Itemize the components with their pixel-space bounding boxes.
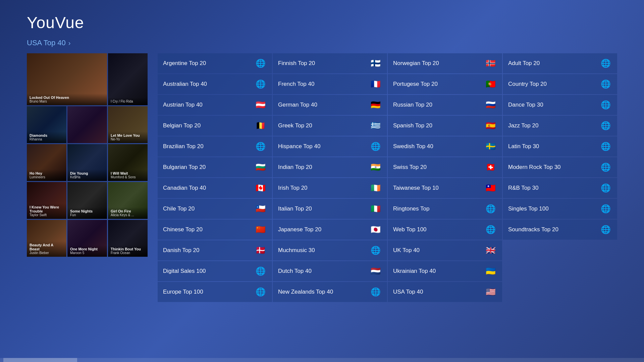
thumbnail-song: I Knew You Were Trouble	[30, 205, 64, 213]
chart-item[interactable]: Latin Top 30 🌐	[503, 136, 617, 157]
chart-flag: 🇩🇰	[255, 244, 267, 256]
chart-item[interactable]: Europe Top 100 🌐	[158, 282, 272, 302]
chart-item[interactable]: Singles Top 100 🌐	[503, 199, 617, 219]
chart-name: Bulgarian Top 20	[163, 164, 206, 171]
chart-item[interactable]: Web Top 100 🌐	[388, 220, 502, 240]
thumbnail-artist: Frank Ocean	[111, 251, 145, 255]
thumbnail-label: I Knew You Were TroubleTaylor Swift	[27, 203, 66, 219]
thumbnail-label: Ho HeyLumineers	[27, 169, 66, 181]
chart-item[interactable]: UK Top 40 🇬🇧	[388, 240, 502, 260]
chart-item[interactable]: Adult Top 20 🌐	[503, 53, 617, 73]
chart-name: Canadian Top 40	[163, 185, 206, 191]
chart-item[interactable]: New Zealands Top 40 🌐	[273, 282, 387, 302]
chart-flag: 🌐	[255, 140, 267, 153]
chart-item[interactable]: Soundtracks Top 20 🌐	[503, 220, 617, 240]
thumbnail-item[interactable]: Die YoungKe$Ha	[67, 144, 107, 181]
chart-flag: 🌐	[255, 57, 267, 69]
thumbnail-item[interactable]: Some NightsFun	[67, 182, 107, 219]
chart-item[interactable]: Digital Sales 100 🌐	[158, 261, 272, 281]
chart-flag: 🇳🇱	[370, 265, 382, 277]
chart-flag: 🌐	[370, 140, 382, 153]
thumbnail-song: One More Night	[70, 247, 104, 251]
thumbnail-song: I Will Wait	[111, 171, 145, 175]
chart-item[interactable]: Belgian Top 20 🇧🇪	[158, 116, 272, 136]
chart-item[interactable]: Indian Top 20 🇮🇳	[273, 157, 387, 177]
chart-item[interactable]: Chile Top 20 🇨🇱	[158, 199, 272, 219]
chart-flag: 🇧🇪	[255, 120, 267, 132]
chart-name: Italian Top 20	[278, 205, 312, 212]
thumbnail-item[interactable]	[67, 106, 107, 143]
thumbnail-item[interactable]: I Cry / Flo Rida	[108, 53, 148, 105]
chart-item[interactable]: Country Top 20 🌐	[503, 74, 617, 94]
thumbnail-item[interactable]: Locked Out Of HeavenBruno Mars	[27, 53, 107, 105]
chart-item[interactable]: Argentine Top 20 🌐	[158, 53, 272, 73]
scrollbar[interactable]	[0, 358, 644, 362]
chart-item[interactable]: Dutch Top 40 🇳🇱	[273, 261, 387, 281]
thumbnail-item[interactable]: Ho HeyLumineers	[27, 144, 66, 181]
thumbnail-song: Let Me Love You	[111, 133, 145, 137]
chart-item[interactable]: Greek Top 20 🇬🇷	[273, 116, 387, 136]
chart-name: USA Top 40	[393, 289, 423, 295]
chart-item[interactable]: Austrian Top 40 🇦🇹	[158, 95, 272, 115]
chart-item[interactable]: Canadian Top 40 🇨🇦	[158, 178, 272, 198]
chart-item[interactable]: Modern Rock Top 30 🌐	[503, 157, 617, 177]
chart-name: Brazilian Top 20	[163, 143, 204, 150]
main-container: YouVue USA Top 40 › Locked Out Of Heaven…	[0, 0, 644, 362]
chart-item[interactable]: USA Top 40 🇺🇸	[388, 282, 502, 302]
scrollbar-thumb[interactable]	[3, 358, 77, 362]
chart-item	[503, 282, 617, 302]
chart-item[interactable]: Portugese Top 20 🇵🇹	[388, 74, 502, 94]
chart-flag: 🌐	[370, 286, 382, 298]
chart-flag	[600, 265, 612, 277]
chart-item[interactable]: French Top 40 🇫🇷	[273, 74, 387, 94]
chart-item[interactable]: Ukrainian Top 40 🇺🇦	[388, 261, 502, 281]
chart-item[interactable]: Jazz Top 20 🌐	[503, 116, 617, 136]
chart-flag: 🌐	[600, 203, 612, 215]
thumbnail-artist: Maroon 5	[70, 251, 104, 255]
chart-flag: 🇧🇬	[255, 161, 267, 173]
chart-item[interactable]: Brazilian Top 20 🌐	[158, 136, 272, 157]
chart-item[interactable]: Muchmusic 30 🌐	[273, 240, 387, 260]
chart-flag: 🇩🇪	[370, 99, 382, 111]
chart-item[interactable]: Russian Top 20 🇷🇺	[388, 95, 502, 115]
chart-item[interactable]: Italian Top 20 🇮🇹	[273, 199, 387, 219]
chart-item[interactable]: Chinese Top 20 🇨🇳	[158, 220, 272, 240]
chart-name: Irish Top 20	[278, 185, 308, 191]
chart-item[interactable]: Irish Top 20 🇮🇪	[273, 178, 387, 198]
chart-flag: 🇺🇦	[485, 265, 497, 277]
chart-flag: 🌐	[255, 286, 267, 298]
chart-item[interactable]: Australian Top 40 🌐	[158, 74, 272, 94]
thumbnail-artist: Ke$Ha	[70, 175, 104, 179]
chart-name: Belgian Top 20	[163, 122, 201, 129]
thumbnail-item[interactable]: Girl On FireAlicia Keys & ...	[108, 182, 148, 219]
thumbnail-item[interactable]: Thinkin Bout YouFrank Ocean	[108, 220, 148, 257]
chart-item[interactable]: Finnish Top 20 🇫🇮	[273, 53, 387, 73]
thumbnail-item[interactable]: I Will WaitMumford & Sons	[108, 144, 148, 181]
chart-item[interactable]: Norwegian Top 20 🇧🇻	[388, 53, 502, 73]
thumbnail-item[interactable]: Let Me Love YouNe-Yo	[108, 106, 148, 143]
thumbnail-item[interactable]: DiamondsRihanna	[27, 106, 66, 143]
chart-item[interactable]: Swedish Top 40 🇸🇪	[388, 136, 502, 157]
chart-item[interactable]: Swiss Top 20 🇨🇭	[388, 157, 502, 177]
chart-name: German Top 40	[278, 102, 317, 108]
chart-item[interactable]: Taiwanese Top 10 🇹🇼	[388, 178, 502, 198]
thumbnail-item[interactable]: One More NightMaroon 5	[67, 220, 107, 257]
chart-item[interactable]: Japanese Top 20 🇯🇵	[273, 220, 387, 240]
chart-item[interactable]: Dance Top 30 🌐	[503, 95, 617, 115]
chart-item[interactable]: German Top 40 🇩🇪	[273, 95, 387, 115]
chart-flag: 🇷🇺	[485, 99, 497, 111]
chart-item[interactable]: Danish Top 20 🇩🇰	[158, 240, 272, 260]
section-title[interactable]: USA Top 40	[27, 39, 66, 47]
chart-item[interactable]: R&B Top 30 🌐	[503, 178, 617, 198]
thumbnail-item[interactable]: I Knew You Were TroubleTaylor Swift	[27, 182, 66, 219]
thumbnail-item[interactable]: Beauty And A BeastJustin Bieber	[27, 220, 66, 257]
chart-item[interactable]: Hispance Top 40 🌐	[273, 136, 387, 157]
thumbnails-section: Locked Out Of HeavenBruno MarsI Cry / Fl…	[27, 53, 148, 257]
chart-name: UK Top 40	[393, 247, 420, 254]
chart-item[interactable]: Bulgarian Top 20 🇧🇬	[158, 157, 272, 177]
chart-item[interactable]: Ringtones Top 🌐	[388, 199, 502, 219]
thumbnail-label: Beauty And A BeastJustin Bieber	[27, 241, 66, 257]
charts-grid: Argentine Top 20 🌐 Finnish Top 20 🇫🇮 Nor…	[158, 53, 617, 302]
chart-item[interactable]: Spanish Top 20 🇪🇸	[388, 116, 502, 136]
chart-name: Austrian Top 40	[163, 102, 203, 108]
